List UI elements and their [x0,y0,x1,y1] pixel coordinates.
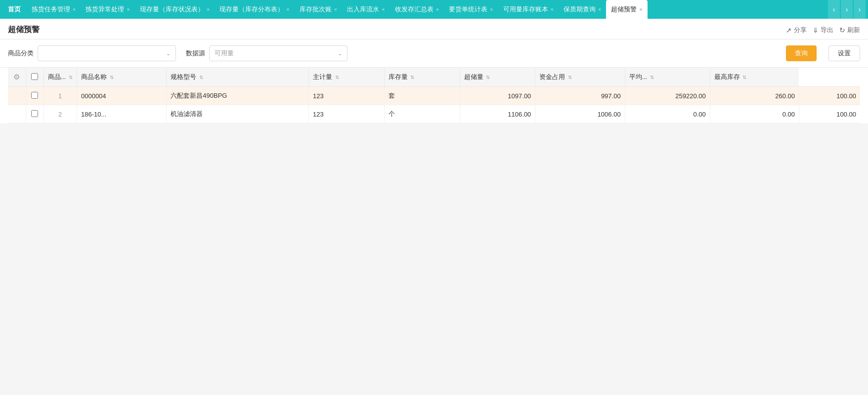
nav-item-3[interactable]: 现存量（库存分布表） × [215,0,294,19]
row-stock-1: 1106.00 [460,105,535,123]
nav-label-10: 超储预警 [611,5,637,14]
nav-item-5[interactable]: 出入库流水 × [342,0,390,19]
row-overstock-0: 997.00 [535,87,625,105]
nav-home[interactable]: 首页 [2,5,27,14]
row-spec-0: 123 [309,87,385,105]
nav-item-8[interactable]: 可用量库存账本 × [498,0,559,19]
header-actions: ➚ 分享 ⇓ 导出 ↻ 刷新 [786,26,860,35]
col-unit[interactable]: 主计量 ⇅ [309,68,385,87]
nav-close-7[interactable]: × [490,6,493,12]
nav-label-8: 可用量库存账本 [503,5,548,14]
share-icon: ➚ [786,26,792,34]
table-row: 1 0000004 六配套新昌490BPG 123 套 1097.00 997.… [8,87,860,105]
col-max-stock[interactable]: 最高库存 ⇅ [710,68,799,87]
nav-label-4: 库存批次账 [300,5,332,14]
nav-prev-arrow[interactable]: ‹ [828,0,840,19]
col-max-stock-label: 最高库存 [714,73,740,80]
col-avg-label: 平均... [629,73,648,80]
col-capital[interactable]: 资金占用 ⇅ [535,68,625,87]
nav-item-4[interactable]: 库存批次账 × [295,0,342,19]
nav-item-0[interactable]: 拣货任务管理 × [27,0,81,19]
sort-icon-stock: ⇅ [410,75,414,80]
nav-close-4[interactable]: × [334,6,337,12]
nav-label-2: 现存量（库存状况表） [140,5,204,14]
refresh-icon: ↻ [839,26,845,34]
row-max-stock-1: 100.00 [799,105,860,123]
table-body: 1 0000004 六配套新昌490BPG 123 套 1097.00 997.… [8,87,860,123]
nav-label-0: 拣货任务管理 [32,5,70,14]
row-product-name-1: 机油滤清器 [167,105,309,123]
col-capital-label: 资金占用 [539,73,565,80]
nav-label-1: 拣货异常处理 [86,5,124,14]
row-stock-0: 1097.00 [460,87,535,105]
datasource-select[interactable]: 可用量 ⌄ [209,45,347,61]
page-title: 超储预警 [8,25,40,35]
nav-close-2[interactable]: × [207,6,210,12]
col-settings[interactable]: ⚙ [8,68,26,87]
nav-label-5: 出入库流水 [347,5,379,14]
nav-next-arrow[interactable]: › [841,0,853,19]
sort-icon-max-stock: ⇅ [742,75,746,80]
datasource-label: 数据源 [186,49,205,58]
nav-close-9[interactable]: × [598,6,601,12]
nav-item-10[interactable]: 超储预警 × [606,0,647,19]
col-checkbox-header[interactable] [26,68,43,87]
nav-more-arrow[interactable]: › [854,0,866,19]
share-button[interactable]: ➚ 分享 [786,26,807,35]
row-gear-0 [8,87,26,105]
export-button[interactable]: ⇓ 导出 [813,26,833,35]
row-overstock-1: 1006.00 [535,105,625,123]
table-row: 2 186-10... 机油滤清器 123 个 1106.00 1006.00 … [8,105,860,123]
query-button[interactable]: 查询 [786,45,817,61]
col-product-code[interactable]: 商品... ⇅ [43,68,77,87]
col-overstock[interactable]: 超储量 ⇅ [460,68,535,87]
col-avg[interactable]: 平均... ⇅ [625,68,710,87]
row-checkbox-cell-0[interactable] [26,87,43,105]
filter-group-datasource: 数据源 可用量 ⌄ [186,45,347,61]
settings-button[interactable]: 设置 [828,45,860,61]
refresh-label: 刷新 [847,26,860,35]
nav-close-10[interactable]: × [639,6,642,12]
row-checkbox-cell-1[interactable] [26,105,43,123]
sort-icon-capital: ⇅ [568,75,572,80]
row-max-stock-0: 100.00 [799,87,860,105]
col-product-name[interactable]: 商品名称 ⇅ [77,68,166,87]
col-overstock-label: 超储量 [464,73,483,80]
nav-close-1[interactable]: × [127,6,130,12]
share-label: 分享 [794,26,807,35]
nav-close-3[interactable]: × [286,6,289,12]
col-product-code-label: 商品... [48,73,66,80]
row-product-code-0: 0000004 [77,87,166,105]
nav-close-6[interactable]: × [436,6,439,12]
row-capital-0: 259220.00 [625,87,710,105]
refresh-button[interactable]: ↻ 刷新 [839,26,860,35]
col-spec[interactable]: 规格型号 ⇅ [167,68,309,87]
col-stock[interactable]: 库存量 ⇅ [384,68,460,87]
nav-close-5[interactable]: × [382,6,385,12]
nav-item-2[interactable]: 现存量（库存状况表） × [135,0,215,19]
nav-item-1[interactable]: 拣货异常处理 × [81,0,134,19]
row-num-0: 1 [43,87,77,105]
top-nav: 首页 拣货任务管理 × 拣货异常处理 × 现存量（库存状况表） × 现存量（库存… [0,0,868,19]
sort-icon-product-code: ⇅ [69,75,73,80]
row-checkbox-0[interactable] [31,92,38,99]
nav-item-7[interactable]: 要货单统计表 × [444,0,498,19]
table-header-row: ⚙ 商品... ⇅ 商品名称 ⇅ 规格型号 ⇅ 主计量 [8,68,860,87]
row-checkbox-1[interactable] [31,110,38,117]
nav-close-8[interactable]: × [551,6,554,12]
sort-icon-overstock: ⇅ [486,75,490,80]
nav-close-0[interactable]: × [73,6,76,12]
select-all-checkbox[interactable] [31,73,38,80]
gear-icon[interactable]: ⚙ [13,73,20,81]
nav-item-6[interactable]: 收发存汇总表 × [390,0,444,19]
category-select[interactable]: ⌄ [38,45,176,61]
row-product-name-0: 六配套新昌490BPG [167,87,309,105]
export-label: 导出 [821,26,833,35]
category-label: 商品分类 [8,49,34,58]
data-table: ⚙ 商品... ⇅ 商品名称 ⇅ 规格型号 ⇅ 主计量 [8,68,860,123]
col-unit-label: 主计量 [313,73,332,80]
nav-arrows: ‹ › › [827,0,866,19]
nav-item-9[interactable]: 保质期查询 × [559,0,606,19]
row-capital-1: 0.00 [625,105,710,123]
sort-icon-avg: ⇅ [650,75,654,80]
